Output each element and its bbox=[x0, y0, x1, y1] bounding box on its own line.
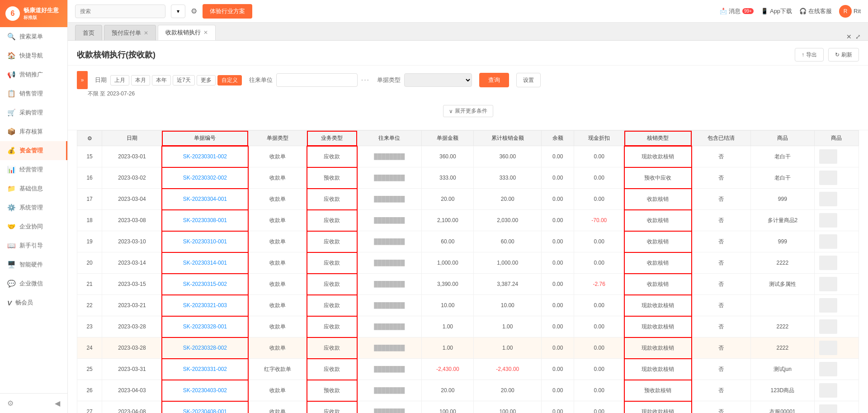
topbar-dropdown-btn[interactable]: ▾ bbox=[171, 5, 185, 18]
bill-no-link[interactable]: SK-20230408-001 bbox=[183, 408, 227, 413]
cell-goods2 bbox=[814, 231, 859, 252]
sidebar-item-system[interactable]: ⚙️ 系统管理 bbox=[0, 198, 67, 217]
expand-btn-container: ∨ 展开更多条件 bbox=[77, 101, 859, 121]
bill-no-link[interactable]: SK-20230331-002 bbox=[183, 366, 227, 372]
cell-biz-type: 应收款 bbox=[307, 252, 357, 274]
bill-no-link[interactable]: SK-20230308-001 bbox=[183, 217, 227, 223]
cell-balance: 0.00 bbox=[541, 189, 574, 210]
sidebar-item-quick-nav[interactable]: 🏠 快捷导航 bbox=[0, 46, 67, 65]
export-btn[interactable]: ↑ 导出 bbox=[795, 48, 824, 62]
cell-cancel-amount: 2,030.00 bbox=[474, 210, 541, 231]
sidebar-item-marketing[interactable]: 📢 营销推广 bbox=[0, 65, 67, 84]
cell-goods: 老白干 bbox=[750, 167, 814, 189]
date-btn-this-year[interactable]: 本年 bbox=[152, 75, 171, 85]
col-amount: 单据金额 bbox=[422, 131, 474, 146]
cell-date: 2023-03-04 bbox=[102, 189, 162, 210]
topbar: ▾ ⚙ 体验行业方案 📩 消息 99+ 📱 App下载 🎧 在线客服 R Rit bbox=[68, 0, 868, 23]
date-btn-more[interactable]: 更多 bbox=[197, 75, 216, 85]
bill-no-link[interactable]: SK-20230302-002 bbox=[183, 175, 227, 181]
sidebar-item-sales[interactable]: 📋 销售管理 bbox=[0, 84, 67, 103]
sidebar-nav: 🔍 搜索菜单 🏠 快捷导航 📢 营销推广 📋 销售管理 🛒 采购管理 📦 库存核… bbox=[0, 27, 67, 393]
tab-prepay[interactable]: 预付应付单 ✕ bbox=[104, 25, 156, 40]
bill-no-link[interactable]: SK-20230314-001 bbox=[183, 260, 227, 266]
online-service-btn[interactable]: 🎧 在线客服 bbox=[799, 7, 832, 15]
tab-home[interactable]: 首页 bbox=[75, 25, 102, 40]
expand-window-btn[interactable]: ⤢ bbox=[855, 33, 861, 40]
cell-include-settled: 否 bbox=[692, 231, 750, 252]
refresh-btn[interactable]: ↻ 刷新 bbox=[828, 48, 859, 62]
cell-bill-type: 收款单 bbox=[248, 252, 307, 274]
cell-include-settled: 否 bbox=[692, 316, 750, 337]
sidebar-toggle-btn[interactable]: » bbox=[77, 71, 88, 89]
bill-no-link[interactable]: SK-20230321-003 bbox=[183, 302, 227, 309]
operations-icon: 📊 bbox=[7, 166, 16, 174]
tab-prepay-close[interactable]: ✕ bbox=[144, 30, 148, 36]
home-icon: 🏠 bbox=[7, 52, 16, 60]
cell-biz-type: 应收款 bbox=[307, 337, 357, 359]
table-row: 16 2023-03-02 SK-20230302-002 收款单 预收款 ██… bbox=[77, 167, 859, 189]
cell-no: 21 bbox=[77, 274, 102, 295]
tab-receipt-exec[interactable]: 收款核销执行 ✕ bbox=[158, 25, 216, 40]
bill-no-link[interactable]: SK-20230328-002 bbox=[183, 345, 227, 351]
bill-type-select[interactable] bbox=[404, 73, 472, 87]
sidebar-item-basic[interactable]: 📁 基础信息 bbox=[0, 179, 67, 198]
sidebar-item-guide[interactable]: 📖 新手引导 bbox=[0, 236, 67, 255]
sidebar-item-finance[interactable]: 💰 资金管理 bbox=[0, 141, 67, 160]
topbar-gear-icon[interactable]: ⚙ bbox=[191, 7, 197, 15]
settings-footer-icon[interactable]: ⚙ bbox=[7, 399, 14, 408]
cell-include-settled: 否 bbox=[692, 167, 750, 189]
setting-btn[interactable]: 设置 bbox=[516, 73, 541, 87]
cell-balance: 0.00 bbox=[541, 274, 574, 295]
sidebar-item-hardware[interactable]: 🖥️ 智能硬件 bbox=[0, 255, 67, 274]
cell-bill-type: 收款单 bbox=[248, 189, 307, 210]
bill-no-link[interactable]: SK-20230301-002 bbox=[183, 153, 227, 160]
cell-cash-discount: 0.00 bbox=[574, 231, 624, 252]
cell-date: 2023-04-08 bbox=[102, 401, 162, 413]
cell-goods2 bbox=[814, 316, 859, 337]
filter-bill-type-item: 单据类型 bbox=[377, 73, 472, 87]
tabs: 首页 预付应付单 ✕ 收款核销执行 ✕ ✕ ⤢ bbox=[68, 23, 868, 41]
cell-goods: 测试jun bbox=[750, 359, 814, 380]
table-settings-icon[interactable]: ⚙ bbox=[87, 135, 92, 142]
sidebar-item-inventory[interactable]: 📦 库存核算 bbox=[0, 122, 67, 141]
solution-button[interactable]: 体验行业方案 bbox=[203, 4, 252, 19]
cell-balance: 0.00 bbox=[541, 295, 574, 316]
bill-no-link[interactable]: SK-20230304-001 bbox=[183, 196, 227, 202]
cell-bill-type: 收款单 bbox=[248, 167, 307, 189]
date-btn-this-month[interactable]: 本月 bbox=[131, 75, 150, 85]
bill-no-link[interactable]: SK-20230315-002 bbox=[183, 281, 227, 287]
date-btn-custom[interactable]: 自定义 bbox=[217, 75, 242, 85]
app-download-btn[interactable]: 📱 App下载 bbox=[761, 7, 792, 15]
cell-bill-no: SK-20230308-001 bbox=[162, 210, 248, 231]
col-gear[interactable]: ⚙ bbox=[77, 131, 102, 146]
sidebar-item-member[interactable]: V 畅会员 bbox=[0, 293, 67, 312]
tab-receipt-exec-close[interactable]: ✕ bbox=[203, 29, 208, 36]
topbar-search-input[interactable] bbox=[75, 5, 165, 18]
cell-bill-no: SK-20230331-002 bbox=[162, 359, 248, 380]
bill-no-link[interactable]: SK-20230403-002 bbox=[183, 387, 227, 394]
query-btn[interactable]: 查询 bbox=[479, 73, 509, 87]
data-table: ⚙ 日期 单据编号 单据类型 业务类型 往来单位 单据金额 累计核销金额 余额 … bbox=[77, 130, 859, 413]
sidebar-item-operations[interactable]: 📊 经营管理 bbox=[0, 160, 67, 179]
sidebar-item-wechat[interactable]: 💬 企业微信 bbox=[0, 274, 67, 293]
close-all-tabs-btn[interactable]: ✕ bbox=[846, 33, 852, 40]
sidebar-item-enterprise[interactable]: 🤝 企业协同 bbox=[0, 217, 67, 236]
date-btn-7days[interactable]: 近7天 bbox=[173, 75, 195, 85]
collapse-icon[interactable]: ◀ bbox=[55, 399, 60, 408]
cell-partner: ████████ bbox=[357, 337, 422, 359]
sidebar-item-search[interactable]: 🔍 搜索菜单 bbox=[0, 27, 67, 46]
notifications-btn[interactable]: 📩 消息 99+ bbox=[720, 7, 754, 15]
cell-partner: ████████ bbox=[357, 146, 422, 167]
cell-goods: 多计量商品2 bbox=[750, 210, 814, 231]
bill-no-link[interactable]: SK-20230310-001 bbox=[183, 238, 227, 245]
bill-no-link[interactable]: SK-20230328-001 bbox=[183, 323, 227, 330]
sidebar-item-purchase[interactable]: 🛒 采购管理 bbox=[0, 103, 67, 122]
cell-amount: 20.00 bbox=[422, 189, 474, 210]
cell-cancel-amount: 360.00 bbox=[474, 146, 541, 167]
expand-conditions-btn[interactable]: ∨ 展开更多条件 bbox=[443, 105, 493, 117]
partner-input[interactable] bbox=[276, 73, 358, 87]
cell-no: 18 bbox=[77, 210, 102, 231]
user-info[interactable]: R Rit bbox=[839, 5, 861, 18]
cell-date: 2023-03-08 bbox=[102, 210, 162, 231]
date-btn-last-month[interactable]: 上月 bbox=[110, 75, 129, 85]
